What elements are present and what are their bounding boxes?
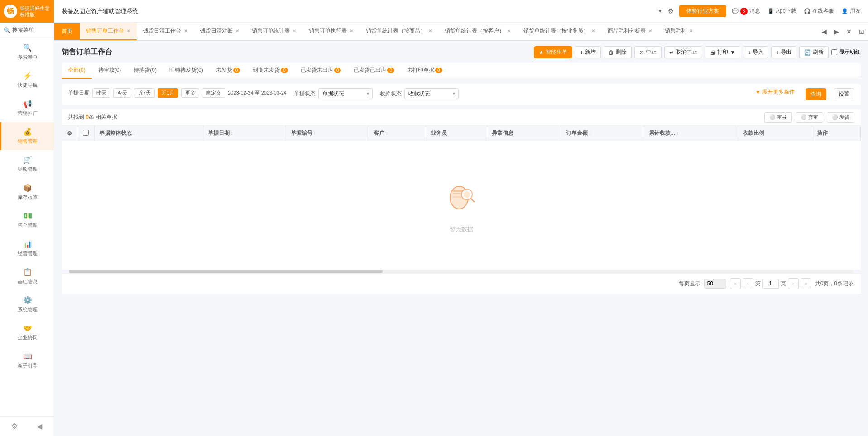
date-custom-btn[interactable]: 自定义: [202, 88, 225, 98]
col-settings[interactable]: ⚙: [62, 126, 78, 141]
tab-close-icon[interactable]: ✕: [428, 28, 432, 33]
page-size-select[interactable]: 10 20 50 100: [704, 279, 726, 289]
trial-btn[interactable]: 体验行业方案: [679, 5, 726, 17]
tab-scroll-right-btn[interactable]: ▶: [830, 24, 843, 39]
sidebar-item-basic-info[interactable]: 📋基础信息: [0, 262, 54, 290]
date-today-btn[interactable]: 今天: [113, 88, 131, 98]
sub-tab-pending-review[interactable]: 待审核(0): [92, 63, 128, 79]
sidebar-item-inventory[interactable]: 📦库存核算: [0, 178, 54, 206]
query-btn[interactable]: 查询: [806, 88, 826, 100]
sidebar-settings-btn[interactable]: ⚙: [4, 420, 25, 432]
tab-maximize-btn[interactable]: ⊡: [855, 24, 868, 39]
message-tool[interactable]: 💬 6 消息: [732, 7, 760, 15]
scrollbar-track[interactable]: [69, 270, 854, 273]
sidebar-item-system[interactable]: ⚙️系统管理: [0, 290, 54, 318]
col-amount-sort[interactable]: 订单金额↕: [566, 129, 639, 137]
sub-tab-unprinted[interactable]: 未打印单据0: [401, 63, 449, 79]
sub-tab-all[interactable]: 全部(0): [62, 63, 92, 79]
date-7days-btn[interactable]: 近7天: [134, 88, 155, 98]
show-detail-checkbox[interactable]: [831, 49, 837, 55]
refresh-icon: 🔄: [804, 49, 811, 56]
tab-sales-customer-stats[interactable]: 销货单统计表（按客户）✕: [438, 23, 517, 40]
smart-create-btn[interactable]: ★ 智能生单: [534, 46, 572, 58]
tab-cash-reconcile[interactable]: 钱货日清对账✕: [194, 23, 245, 40]
sidebar-collapse-btn[interactable]: ◀: [29, 420, 51, 432]
tab-close-icon[interactable]: ✕: [648, 28, 652, 33]
review-btn[interactable]: ⚪ 审核: [764, 112, 792, 123]
expand-filter-btn[interactable]: ▼ 展开更多条件: [755, 88, 795, 96]
import-btn[interactable]: ↓ 导入: [743, 46, 768, 58]
sidebar-item-cooperation[interactable]: 🤝企业协同: [0, 318, 54, 346]
user-tool[interactable]: 👤 用友: [841, 7, 861, 15]
sub-tab-pending-inspect[interactable]: 待拣货(0): [127, 63, 163, 79]
tab-sales-staff-stats[interactable]: 销货单统计表（按业务员）✕: [517, 23, 601, 40]
page-last-btn[interactable]: »: [801, 278, 811, 289]
tab-close-icon[interactable]: ✕: [591, 28, 595, 33]
tab-home[interactable]: 首页: [54, 23, 80, 40]
date-1month-btn[interactable]: 近1月: [158, 88, 178, 98]
tab-close-icon[interactable]: ✕: [235, 28, 239, 33]
col-date-sort[interactable]: 单据日期↕: [208, 129, 281, 137]
sub-tab-shipped-not-out[interactable]: 已发货未出库0: [294, 63, 348, 79]
sidebar-search-btn[interactable]: 🔍 搜索菜单: [0, 23, 54, 38]
tab-close-icon[interactable]: ✕: [689, 28, 693, 33]
show-detail-label[interactable]: 显示明细: [831, 48, 861, 56]
filter-payment-select[interactable]: 收款状态: [404, 88, 459, 99]
svg-point-5: [464, 191, 470, 198]
sidebar-item-operations[interactable]: 📊经营管理: [0, 234, 54, 262]
tab-cash-daily[interactable]: 钱货日清工作台✕: [137, 23, 194, 40]
col-customer-sort[interactable]: 客户↕: [374, 129, 421, 137]
tab-scroll-left-btn[interactable]: ◀: [818, 24, 830, 39]
col-status-sort[interactable]: 单据整体状态↕: [99, 129, 198, 137]
tab-sales-profit[interactable]: 销售毛利✕: [658, 23, 699, 40]
select-all-checkbox[interactable]: [83, 130, 89, 136]
date-more-btn[interactable]: 更多: [181, 88, 199, 98]
tab-sales-stats[interactable]: 销售订单统计表✕: [245, 23, 302, 40]
tab-sales-workbench[interactable]: 销售订单工作台✕: [80, 23, 137, 40]
sidebar-item-search[interactable]: 🔍搜索菜单: [0, 38, 54, 66]
col-collected-sort[interactable]: 累计收款...↕: [649, 129, 733, 137]
settings-icon[interactable]: ⚙: [668, 8, 674, 15]
page-first-btn[interactable]: «: [730, 278, 741, 289]
tab-close-icon[interactable]: ✕: [184, 28, 187, 33]
sidebar-item-marketing[interactable]: 📢营销推广: [0, 94, 54, 122]
sub-tab-overdue-unshipped[interactable]: 到期未发货0: [246, 63, 294, 79]
tab-close-icon[interactable]: ✕: [350, 28, 353, 33]
print-btn[interactable]: 🖨 打印 ▼: [705, 46, 740, 58]
tab-sales-exec[interactable]: 销售订单执行表✕: [302, 23, 360, 40]
sidebar-item-guide[interactable]: 📖新手引导: [0, 346, 54, 374]
sidebar-item-quick-nav[interactable]: ⚡快捷导航: [0, 66, 54, 94]
sub-tab-shipped-out[interactable]: 已发货已出库0: [347, 63, 401, 79]
page-input[interactable]: [762, 279, 779, 289]
filter-settings-btn[interactable]: 设置: [834, 88, 854, 100]
add-btn[interactable]: + 新增: [575, 46, 601, 58]
cancel-stop-btn[interactable]: ↩ 取消中止: [664, 46, 702, 58]
tab-close-icon[interactable]: ✕: [507, 28, 511, 33]
sub-tab-unshipped[interactable]: 未发货0: [210, 63, 247, 79]
page-next-btn[interactable]: ›: [788, 278, 799, 289]
tab-close-icon[interactable]: ✕: [127, 28, 130, 33]
tab-product-margin[interactable]: 商品毛利分析表✕: [601, 23, 658, 40]
sub-tab-wangpu-ship[interactable]: 旺铺待发货(0): [163, 63, 210, 79]
tab-close-icon[interactable]: ✕: [293, 28, 296, 33]
tab-sales-product-stats[interactable]: 销货单统计表（按商品）✕: [360, 23, 438, 40]
ship-btn[interactable]: ⚪ 发货: [827, 112, 854, 123]
refresh-btn[interactable]: 🔄 刷新: [799, 46, 829, 58]
export-btn[interactable]: ↑ 导出: [771, 46, 796, 58]
app-download-tool[interactable]: 📱 App下载: [767, 7, 796, 15]
online-service-tool[interactable]: 🎧 在线客服: [804, 7, 834, 15]
date-yesterday-btn[interactable]: 昨天: [92, 88, 110, 98]
page-prev-btn[interactable]: ‹: [743, 278, 753, 289]
sidebar-item-finance[interactable]: 💵资金管理: [0, 206, 54, 234]
col-number-sort[interactable]: 单据编号↕: [291, 129, 364, 137]
filter-status-select[interactable]: 单据状态: [318, 88, 373, 99]
col-checkbox[interactable]: [78, 126, 94, 141]
tab-close-all-btn[interactable]: ✕: [843, 24, 855, 39]
sidebar-item-sales[interactable]: 💰销售管理: [0, 122, 54, 150]
scrollbar-thumb[interactable]: [69, 270, 383, 273]
sidebar-item-purchase[interactable]: 🛒采购管理: [0, 150, 54, 178]
system-icon: ⚙️: [23, 296, 32, 304]
cancel-review-btn[interactable]: ⚪ 弃审: [796, 112, 823, 123]
delete-btn[interactable]: 🗑 删除: [604, 46, 632, 58]
stop-btn[interactable]: ⊙ 中止: [634, 46, 662, 58]
